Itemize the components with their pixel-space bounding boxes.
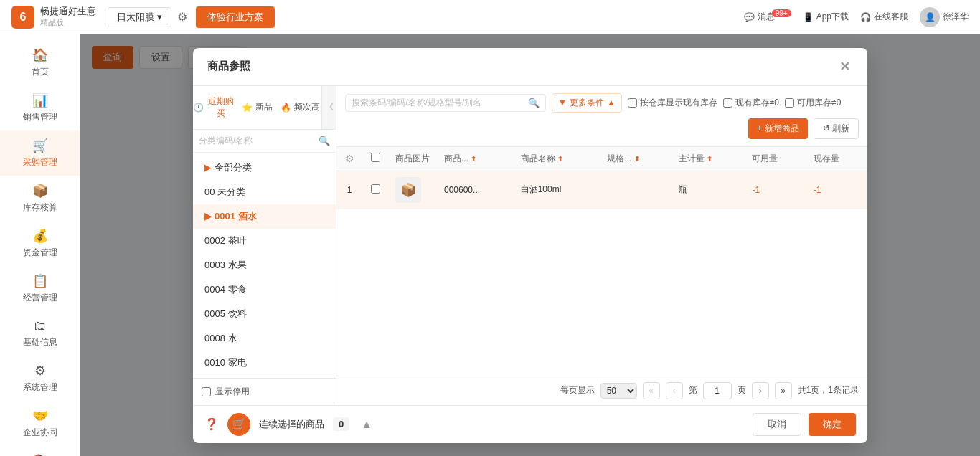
category-item-0003[interactable]: 0003 水果	[193, 253, 336, 277]
usable-nonzero-filter[interactable]: 可用库存≠0	[785, 97, 841, 109]
sidebar-item-home[interactable]: 🏠 首页	[0, 40, 80, 85]
sidebar-item-guide[interactable]: 📚 新手引导	[0, 446, 80, 456]
user-avatar-nav[interactable]: 👤 徐泽华	[920, 7, 969, 27]
page-number-input[interactable]	[703, 382, 732, 399]
col-name-sort-icon: ⬆	[557, 155, 563, 163]
refresh-button[interactable]: ↺ 刷新	[814, 118, 859, 139]
category-item-0005[interactable]: 0005 饮料	[193, 302, 336, 326]
warehouse-display-filter[interactable]: 按仓库显示现有库存	[628, 97, 717, 109]
col-check-header	[362, 147, 388, 171]
col-unit-header[interactable]: 主计量 ⬆	[672, 147, 745, 171]
category-label-0004: 0004 零食	[204, 283, 247, 296]
category-item-0004[interactable]: 0004 零食	[193, 277, 336, 302]
collapse-panel-btn[interactable]: 《	[321, 86, 336, 129]
messages-nav-item[interactable]: 💬 消息 99+	[744, 11, 791, 23]
finance-icon: 💰	[32, 228, 48, 244]
col-img-header: 商品图片	[388, 147, 437, 171]
row-code-cell: 000600...	[437, 171, 514, 209]
category-search-input[interactable]	[199, 136, 316, 146]
table-row[interactable]: 1 📦 000600... 白酒100ml	[336, 171, 867, 209]
app-download-nav-item[interactable]: 📱 App下载	[803, 11, 849, 23]
product-table: ⚙ 商品图片	[336, 147, 867, 376]
recent-purchase-tab[interactable]: 🕐 近期购买	[193, 86, 236, 129]
help-icon[interactable]: ❓	[204, 417, 219, 431]
col-stock-header[interactable]: 现存量	[806, 147, 867, 171]
col-available-header[interactable]: 可用量	[745, 147, 806, 171]
product-search-input[interactable]	[352, 98, 525, 108]
col-spec-sort-icon: ⬆	[634, 155, 640, 163]
next-page-btn[interactable]: ›	[752, 382, 769, 399]
sales-icon: 📊	[32, 92, 48, 108]
product-reference-modal: 商品参照 ✕ 🕐 近期购买 ⭐	[193, 48, 867, 443]
confirm-button[interactable]: 确定	[809, 413, 856, 436]
category-item-0008[interactable]: 0008 水	[193, 326, 336, 351]
nav-selector[interactable]: 日太阳膜 ▾	[108, 7, 171, 27]
sidebar-item-finance[interactable]: 💰 资金管理	[0, 221, 80, 266]
product-search-icon[interactable]: 🔍	[528, 98, 540, 108]
product-search-box: 🔍	[345, 94, 546, 112]
category-label-0005: 0005 饮料	[204, 308, 247, 320]
sidebar-label-operations: 经营管理	[23, 292, 57, 304]
add-product-button[interactable]: + 新增商品	[748, 118, 807, 139]
product-panel: 🔍 ▼ 更多条件 ▲ 按仓库显示现有库存	[336, 86, 867, 405]
row-stock-cell: -1	[806, 171, 867, 209]
products-table: ⚙ 商品图片	[336, 147, 867, 209]
sidebar-item-system[interactable]: ⚙ 系统管理	[0, 356, 80, 401]
inventory-icon: 📦	[32, 183, 48, 199]
prev-page-btn[interactable]: ‹	[666, 382, 683, 399]
settings-col-icon[interactable]: ⚙	[345, 153, 354, 164]
category-label-0008: 0008 水	[204, 332, 237, 345]
sidebar-item-operations[interactable]: 📋 经营管理	[0, 266, 80, 311]
usable-nonzero-label: 可用库存≠0	[797, 97, 841, 109]
col-available-label: 可用量	[752, 153, 778, 163]
col-spec-header[interactable]: 规格... ⬆	[600, 147, 672, 171]
show-disabled-checkbox[interactable]	[202, 387, 211, 396]
online-service-nav-item[interactable]: 🎧 在线客服	[860, 11, 908, 23]
warehouse-checkbox[interactable]	[628, 98, 637, 108]
first-page-btn[interactable]: «	[643, 382, 660, 399]
sidebar-item-purchase[interactable]: 🛒 采购管理	[0, 130, 80, 176]
sidebar-item-basic[interactable]: 🗂 基础信息	[0, 311, 80, 356]
main-content: 查询 设置 ↺ 刷新 商品参照 ✕	[80, 34, 980, 456]
gear-icon[interactable]: ⚙	[177, 10, 187, 24]
modal-header: 商品参照 ✕	[193, 48, 867, 86]
more-filter-btn[interactable]: ▼ 更多条件 ▲	[552, 93, 622, 113]
select-all-checkbox[interactable]	[371, 153, 380, 162]
category-item-0010[interactable]: 0010 家电	[193, 351, 336, 375]
col-code-header[interactable]: 商品... ⬆	[437, 147, 514, 171]
sidebar-item-inventory[interactable]: 📦 库存核算	[0, 176, 80, 221]
usable-nonzero-checkbox[interactable]	[785, 98, 794, 108]
category-search-icon[interactable]: 🔍	[319, 136, 330, 146]
frequent-tab[interactable]: 🔥 频次高	[278, 86, 321, 129]
row-available-cell: -1	[745, 171, 806, 209]
cart-icon[interactable]: 🛒	[227, 413, 250, 436]
sidebar-item-enterprise[interactable]: 🤝 企业协同	[0, 401, 80, 446]
col-name-header[interactable]: 商品名称 ⬆	[514, 147, 600, 171]
page-size-select[interactable]: 10 20 50 100	[600, 383, 637, 399]
category-item-all[interactable]: ▶ 全部分类	[193, 156, 336, 180]
sidebar-label-purchase: 采购管理	[23, 156, 57, 168]
messages-badge: 99+	[772, 9, 791, 17]
new-products-tab[interactable]: ⭐ 新品	[236, 86, 279, 129]
category-item-0002[interactable]: 0002 茶叶	[193, 229, 336, 253]
experience-button[interactable]: 体验行业方案	[196, 6, 275, 28]
modal-close-button[interactable]: ✕	[836, 58, 853, 75]
page-size-label: 每页显示	[560, 384, 595, 396]
category-bottom: 显示停用	[193, 378, 336, 405]
sidebar-item-sales[interactable]: 📊 销售管理	[0, 85, 80, 130]
mobile-icon: 📱	[803, 12, 814, 22]
category-item-0001[interactable]: ▶ 0001 酒水	[193, 204, 336, 229]
footer-collapse-icon[interactable]: ▲	[361, 418, 372, 431]
warehouse-label: 按仓库显示现有库存	[640, 97, 717, 109]
available-nonzero-checkbox[interactable]	[723, 98, 732, 108]
filter-collapse-icon: ▲	[607, 98, 616, 108]
available-nonzero-filter[interactable]: 现有库存≠0	[723, 97, 779, 109]
category-item-00[interactable]: 00 未分类	[193, 180, 336, 204]
row-checkbox[interactable]	[371, 184, 380, 194]
new-product-icon: ⭐	[242, 103, 253, 113]
sidebar-label-inventory: 库存核算	[23, 201, 57, 214]
avatar: 👤	[920, 7, 940, 27]
last-page-btn[interactable]: »	[775, 382, 792, 399]
page-word2: 页	[738, 384, 746, 396]
cancel-button[interactable]: 取消	[753, 413, 801, 436]
